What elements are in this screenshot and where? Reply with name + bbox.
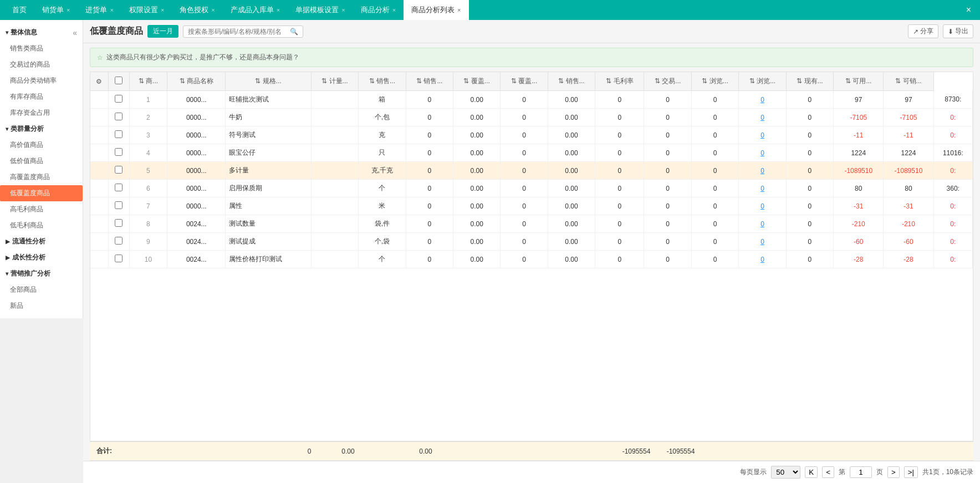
sidebar-collapse-icon[interactable]: « [73, 28, 77, 37]
search-icon[interactable]: 🔍 [290, 28, 298, 35]
current-stock-column-header[interactable]: ⇅ 现有... [786, 72, 833, 91]
select-all-checkbox[interactable] [115, 77, 122, 84]
nav-permission[interactable]: 权限设置 × [121, 0, 172, 20]
sidebar-item-low-value[interactable]: 低价值商品 [0, 153, 83, 169]
sidebar-item-high-value[interactable]: 高价值商品 [0, 137, 83, 153]
nav-goods-analysis-close[interactable]: × [392, 7, 396, 13]
nav-goods-analysis-list[interactable]: 商品分析列表 × [404, 0, 468, 20]
export-button[interactable]: ⬇ 导出 [943, 24, 973, 38]
row-browse1[interactable]: 0 [739, 126, 786, 144]
browse2-column-header[interactable]: ⇅ 浏览... [739, 72, 786, 91]
sidebar-item-low-profit[interactable]: 低毛利商品 [0, 217, 83, 233]
row-browse1[interactable]: 0 [739, 144, 786, 162]
row-checkbox[interactable] [108, 233, 129, 251]
available-stock-column-header[interactable]: ⇅ 可用... [834, 72, 884, 91]
nav-purchase-order[interactable]: 进货单 × [78, 0, 121, 20]
nav-product-entry[interactable]: 产成品入库单 × [223, 0, 288, 20]
sidebar-group-cluster[interactable]: ▾ 类群量分析 [0, 121, 83, 137]
row-browse1[interactable]: 0 [739, 251, 786, 268]
sidebar-group-flow[interactable]: ▶ 流通性分析 [0, 233, 83, 250]
period-button[interactable]: 近一月 [147, 25, 178, 38]
row-checkbox[interactable] [108, 180, 129, 197]
sales-amount-column-header[interactable]: ⇅ 销售... [406, 72, 453, 91]
row-select-checkbox[interactable] [115, 219, 122, 227]
sales-other-column-header[interactable]: ⇅ 销售... [548, 72, 595, 91]
per-page-select[interactable]: 50 20 100 [771, 466, 800, 479]
nav-home[interactable]: 首页 [4, 0, 34, 20]
row-select-checkbox[interactable] [115, 113, 122, 120]
share-button[interactable]: ↗ 分享 [908, 24, 938, 38]
sidebar-item-sales-goods[interactable]: 销售类商品 [0, 40, 83, 57]
row-name: 测试提成 [226, 233, 311, 251]
sidebar-item-high-coverage[interactable]: 高覆盖度商品 [0, 169, 83, 185]
row-select-checkbox[interactable] [115, 184, 122, 191]
sidebar-item-all-goods[interactable]: 全部商品 [0, 282, 83, 298]
last-page-button[interactable]: >| [904, 466, 918, 478]
saleable-column-header[interactable]: ⇅ 可销... [884, 72, 933, 91]
row-checkbox[interactable] [108, 215, 129, 233]
nav-permission-close[interactable]: × [161, 7, 164, 13]
row-browse1[interactable]: 0 [739, 233, 786, 251]
search-input[interactable] [188, 28, 288, 35]
sidebar-item-in-stock[interactable]: 有库存商品 [0, 89, 83, 105]
row-browse1[interactable]: 0 [739, 215, 786, 233]
row-checkbox[interactable] [108, 251, 129, 268]
row-checkbox[interactable] [108, 109, 129, 126]
row-checkbox[interactable] [108, 126, 129, 144]
row-select-checkbox[interactable] [115, 148, 122, 156]
nav-template-close[interactable]: × [341, 7, 345, 13]
row-checkbox[interactable] [108, 162, 129, 180]
row-browse1[interactable]: 0 [739, 197, 786, 215]
row-select-checkbox[interactable] [115, 95, 122, 103]
coverage1-column-header[interactable]: ⇅ 覆盖... [453, 72, 500, 91]
browse1-column-header[interactable]: ⇅ 浏览... [691, 72, 738, 91]
checkbox-column-header[interactable] [108, 72, 129, 91]
nav-purchase-order-close[interactable]: × [110, 7, 113, 13]
row-select-checkbox[interactable] [115, 237, 122, 245]
name-column-header[interactable]: ⇅ 商品名称 [167, 72, 226, 91]
sidebar-item-low-coverage[interactable]: 低覆盖度商品 [0, 185, 83, 201]
nav-role[interactable]: 角色授权 × [172, 0, 222, 20]
row-select-checkbox[interactable] [115, 130, 122, 138]
gross-rate-column-header[interactable]: ⇅ 毛利率 [595, 72, 644, 91]
nav-goods-analysis[interactable]: 商品分析 × [353, 0, 404, 20]
row-checkbox[interactable] [108, 197, 129, 215]
row-browse1[interactable]: 0 [739, 91, 786, 109]
app-close-button[interactable]: × [962, 5, 976, 15]
row-available-stock: -28 [884, 251, 933, 268]
row-checkbox[interactable] [108, 144, 129, 162]
row-select-checkbox[interactable] [115, 201, 122, 209]
sidebar-group-marketing[interactable]: ▾ 营销推广分析 [0, 266, 83, 282]
footer-cov2: 0.00 [404, 448, 448, 455]
sales-count-column-header[interactable]: ⇅ 销售... [359, 72, 406, 91]
nav-role-close[interactable]: × [211, 7, 215, 13]
sidebar-item-category-rate[interactable]: 商品分类动销率 [0, 73, 83, 89]
sidebar-group-overall[interactable]: ▾ 整体信息 « [0, 24, 83, 40]
first-page-button[interactable]: K [805, 466, 818, 478]
sidebar-item-high-profit[interactable]: 高毛利商品 [0, 201, 83, 217]
row-select-checkbox[interactable] [115, 166, 122, 174]
sidebar-item-new-goods[interactable]: 新品 [0, 298, 83, 314]
nav-sales-order-close[interactable]: × [67, 7, 70, 13]
row-browse1[interactable]: 0 [739, 162, 786, 180]
nav-sales-order[interactable]: 销货单 × [34, 0, 78, 20]
nav-template[interactable]: 单据模板设置 × [288, 0, 353, 20]
row-browse1[interactable]: 0 [739, 109, 786, 126]
spec-column-header[interactable]: ⇅ 规格... [226, 72, 311, 91]
code-column-header[interactable]: ⇅ 商... [129, 72, 167, 91]
page-input[interactable] [850, 466, 872, 478]
sidebar-item-traded-goods[interactable]: 交易过的商品 [0, 57, 83, 73]
nav-goods-analysis-list-close[interactable]: × [457, 7, 461, 13]
trade-column-header[interactable]: ⇅ 交易... [644, 72, 691, 91]
sidebar-group-growth[interactable]: ▶ 成长性分析 [0, 250, 83, 266]
sidebar-item-stock-capital[interactable]: 库存资金占用 [0, 105, 83, 121]
next-page-button[interactable]: > [887, 466, 900, 478]
row-select-checkbox[interactable] [115, 255, 122, 262]
nav-product-entry-close[interactable]: × [277, 7, 280, 13]
settings-column-header[interactable]: ⚙ [90, 72, 108, 91]
row-browse1[interactable]: 0 [739, 180, 786, 197]
coverage2-column-header[interactable]: ⇅ 覆盖... [501, 72, 548, 91]
prev-page-button[interactable]: < [822, 466, 834, 478]
unit-column-header[interactable]: ⇅ 计量... [311, 72, 358, 91]
row-checkbox[interactable] [108, 91, 129, 109]
